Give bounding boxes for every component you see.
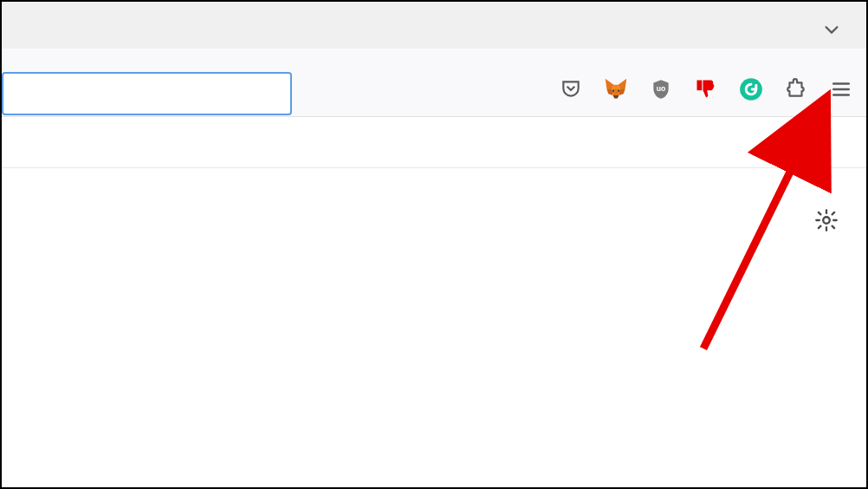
extensions-button[interactable]	[781, 76, 811, 106]
svg-point-14	[823, 217, 829, 223]
list-all-tabs-button[interactable]	[819, 19, 844, 43]
svg-marker-1	[619, 79, 627, 89]
hamburger-menu-icon	[830, 78, 852, 104]
svg-marker-4	[619, 89, 625, 95]
app-menu-button[interactable]	[826, 76, 856, 106]
svg-point-8	[618, 90, 619, 92]
chevron-down-icon	[822, 20, 841, 42]
tab-strip	[2, 2, 866, 49]
svg-marker-6	[613, 95, 619, 99]
navigation-toolbar: uo	[2, 49, 866, 116]
metamask-button[interactable]	[601, 76, 631, 106]
svg-point-7	[612, 90, 614, 92]
grammarly-icon	[739, 77, 763, 105]
content-area	[2, 116, 866, 487]
url-bar[interactable]	[2, 72, 292, 115]
puzzle-piece-icon	[785, 78, 807, 104]
gear-icon	[814, 208, 839, 236]
metamask-fox-icon	[604, 77, 628, 105]
divider	[2, 167, 866, 168]
pocket-icon	[560, 78, 582, 104]
grammarly-button[interactable]	[736, 76, 766, 106]
svg-marker-0	[606, 79, 614, 89]
svg-text:uo: uo	[657, 84, 666, 93]
ublock-button[interactable]: uo	[646, 76, 676, 106]
toolbar-icons: uo	[556, 76, 856, 106]
ublock-shield-icon: uo	[650, 78, 672, 104]
pocket-button[interactable]	[556, 76, 586, 106]
svg-marker-3	[607, 89, 613, 95]
dislike-button[interactable]	[691, 76, 721, 106]
thumbs-down-icon	[694, 77, 718, 105]
page-settings-button[interactable]	[813, 208, 840, 236]
